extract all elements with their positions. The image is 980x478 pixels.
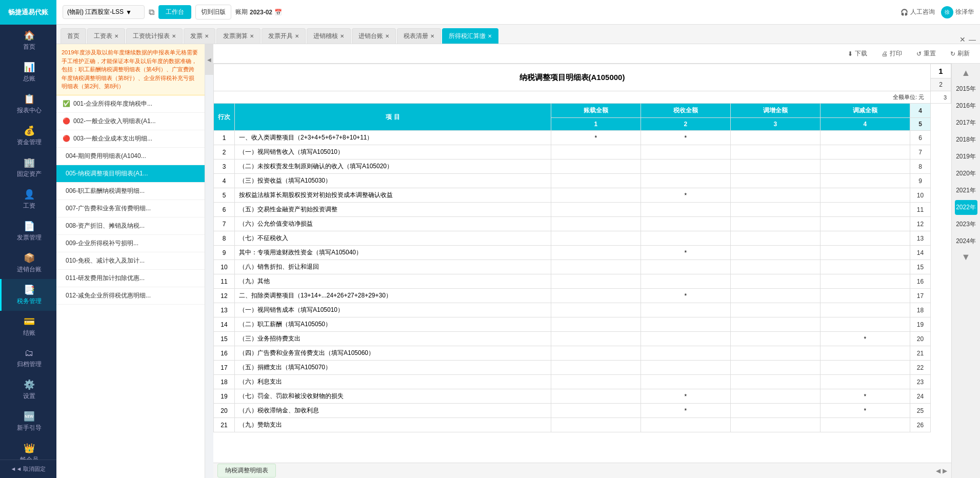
left-list-label-10: 011-研发费用加计扣除优惠... — [66, 274, 145, 283]
year-btn-2019[interactable]: 2019年 — [955, 149, 977, 164]
table-row[interactable]: 14（二）职工薪酬（填写A105050）19 — [214, 317, 951, 332]
tab-close-2[interactable]: ✕ — [172, 33, 176, 39]
sidebar-item-6[interactable]: 📄发票管理 — [0, 215, 56, 247]
table-row[interactable]: 17（五）捐赠支出（填写A105070）22 — [214, 361, 951, 375]
table-row[interactable]: 11（九）其他16 — [214, 274, 951, 289]
tab-close-8[interactable]: ✕ — [430, 33, 434, 39]
sidebar-item-7[interactable]: 📦进销台账 — [0, 247, 56, 279]
download-button[interactable]: ⬇ 下载 — [844, 47, 871, 60]
tab-close-5[interactable]: ✕ — [295, 33, 299, 39]
table-row[interactable]: 21（九）赞助支出26 — [214, 418, 951, 432]
sidebar-item-1[interactable]: 📊总账 — [0, 56, 56, 88]
table-row[interactable]: 8（七）不征税收入13 — [214, 231, 951, 246]
year-btn-2021[interactable]: 2021年 — [955, 183, 977, 198]
table-row[interactable]: 12二、扣除类调整项目（13+14+...24+26+27+28+29+30）*… — [214, 289, 951, 303]
sidebar-item-10[interactable]: 🗂归档管理 — [0, 343, 56, 374]
sidebar-icon-4: 🏢 — [24, 157, 35, 168]
tab-close-1[interactable]: ✕ — [114, 33, 118, 39]
service-button[interactable]: 🎧 人工咨询 — [901, 8, 935, 16]
left-list-item-11[interactable]: 012-减免企业所得税优惠明细... — [56, 287, 205, 305]
tab-close-7[interactable]: ✕ — [385, 33, 389, 39]
sidebar-item-5[interactable]: 👤工资 — [0, 184, 56, 215]
refresh-button[interactable]: ↻ 刷新 — [946, 47, 974, 60]
sidebar-item-9[interactable]: 💳结账 — [0, 311, 56, 343]
table-row[interactable]: 20（八）税收滞纳金、加收利息**25 — [214, 404, 951, 418]
tab-2[interactable]: 工资统计报表✕ — [126, 28, 183, 44]
calendar-icon[interactable]: 📅 — [274, 9, 282, 16]
sidebar-item-4[interactable]: 🏢固定资产 — [0, 152, 56, 184]
year-scroll-up-button[interactable]: ▲ — [959, 66, 973, 81]
year-scroll-down-button[interactable]: ▼ — [959, 250, 973, 265]
left-list-item-3[interactable]: 004-期间费用明细表(A1040... — [56, 148, 205, 165]
tab-close-3[interactable]: ✕ — [205, 33, 209, 39]
tab-1[interactable]: 工资表✕ — [87, 28, 125, 44]
table-row[interactable]: 9其中：专项用途财政性资金（填写A105040）*14 — [214, 246, 951, 260]
scroll-right-icon[interactable]: ▶ — [943, 467, 947, 474]
table-row[interactable]: 6（五）交易性金融资产初始投资调整11 — [214, 203, 951, 217]
old-version-button[interactable]: 切到旧版 — [195, 5, 231, 19]
body-area: 2019年度涉及取以前年度继续数据的申报表单元格需要手工维护正确，才能保证本年及… — [56, 44, 980, 478]
table-row[interactable]: 5按权益法核算长期股权投资对初始投资成本调整确认收益*10 — [214, 188, 951, 203]
tab-9[interactable]: 所得税汇算缴✕ — [442, 28, 498, 44]
print-button[interactable]: 🖨 打印 — [877, 47, 906, 60]
tab-0[interactable]: 首页 — [61, 28, 86, 44]
tab-close-9[interactable]: ✕ — [488, 33, 492, 39]
table-row[interactable]: 4（三）投资收益（填写A105030）9 — [214, 174, 951, 188]
year-btn-2022[interactable]: 2022年 — [955, 200, 977, 215]
table-row[interactable]: 19（七）罚金、罚款和被没收财物的损失**24 — [214, 389, 951, 404]
table-row[interactable]: 7（六）公允价值变动净损益12 — [214, 217, 951, 231]
table-row[interactable]: 3（二）未按权责发生制原则确认的收入（填写A105020）8 — [214, 160, 951, 174]
year-btn-2024[interactable]: 2024年 — [955, 234, 977, 249]
tab-8[interactable]: 税表清册✕ — [397, 28, 441, 44]
left-list-item-6[interactable]: 007-广告费和业务宣传费明细... — [56, 200, 205, 217]
bottom-tab-sheet[interactable]: 纳税调整明细表 — [217, 464, 276, 477]
collapse-button[interactable]: ◀ — [205, 44, 213, 75]
copy-icon[interactable]: ⧉ — [149, 8, 154, 17]
close-all-tabs-button[interactable]: ✕ — [959, 35, 966, 44]
sidebar-item-2[interactable]: 📋报表中心 — [0, 88, 56, 120]
tab-5[interactable]: 发票开具✕ — [262, 28, 306, 44]
tab-4[interactable]: 发票测算✕ — [216, 28, 261, 44]
year-btn-2020[interactable]: 2020年 — [955, 166, 977, 181]
minimize-button[interactable]: — — [969, 35, 976, 44]
table-row[interactable]: 10（八）销售折扣、折让和退回15 — [214, 260, 951, 274]
year-btn-2023[interactable]: 2023年 — [955, 217, 977, 232]
company-select[interactable]: (物副) 江西股室-LSS ▼ — [63, 5, 145, 19]
reset-button[interactable]: ↺ 重置 — [912, 47, 940, 60]
table-row[interactable]: 18（六）利息支出23 — [214, 375, 951, 389]
left-list-item-2[interactable]: 🔴003-一般企业成本支出明细... — [56, 130, 205, 148]
user-menu[interactable]: 徐 徐泽华 — [941, 6, 974, 18]
table-row[interactable]: 15（三）业务招待费支出*20 — [214, 332, 951, 346]
tab-close-6[interactable]: ✕ — [340, 33, 344, 39]
tab-close-4[interactable]: ✕ — [250, 33, 254, 39]
left-list-item-9[interactable]: 010-免税、减计收入及加计... — [56, 252, 205, 270]
sidebar-item-11[interactable]: ⚙️设置 — [0, 374, 56, 406]
tab-3[interactable]: 发票✕ — [184, 28, 215, 44]
scroll-left-icon[interactable]: ◀ — [936, 467, 941, 474]
sidebar-item-3[interactable]: 💰资金管理 — [0, 120, 56, 152]
sidebar-item-12[interactable]: 🆕新手引导 — [0, 406, 56, 437]
left-list-item-10[interactable]: 011-研发费用加计扣除优惠... — [56, 270, 205, 287]
tab-7[interactable]: 进销台账✕ — [352, 28, 396, 44]
left-list-item-4[interactable]: 005-纳税调整项目明细表(A1... — [56, 165, 205, 183]
sidebar-item-8[interactable]: 📑税务管理 — [0, 279, 56, 311]
left-list-item-8[interactable]: 009-企业所得税补亏损明... — [56, 235, 205, 252]
tab-6[interactable]: 进销稽核✕ — [307, 28, 351, 44]
left-list-item-0[interactable]: ✅001-企业所得税年度纳税申... — [56, 95, 205, 113]
year-btn-2016[interactable]: 2016年 — [955, 98, 977, 113]
sidebar-footer[interactable]: ◄◄ 取消固定 — [0, 460, 56, 478]
sidebar-item-13[interactable]: 👑畅会员 — [0, 437, 56, 460]
sidebar-item-0[interactable]: 🏠首页 — [0, 25, 56, 56]
left-list-item-7[interactable]: 008-资产折旧、摊销及纳税... — [56, 217, 205, 235]
left-list-item-5[interactable]: 006-职工薪酬纳税调整明细... — [56, 183, 205, 200]
table-row[interactable]: 16（四）广告费和业务宣传费支出（填写A105060）21 — [214, 346, 951, 361]
table-row[interactable]: 1一、收入类调整项目（2+3+4+5+6+7+8+10+11）**6 — [214, 131, 951, 145]
workbench-button[interactable]: 工作台 — [158, 5, 191, 19]
year-btn-2018[interactable]: 2018年 — [955, 132, 977, 147]
year-btn-2015[interactable]: 2015年 — [955, 82, 977, 96]
table-row[interactable]: 13（一）视同销售成本（填写A105010）18 — [214, 303, 951, 317]
table-container[interactable]: 纳税调整项目明细表(A105000)12全额单位: 元3行次项 目账载全额税收全… — [213, 64, 951, 463]
year-btn-2017[interactable]: 2017年 — [955, 115, 977, 130]
left-list-item-1[interactable]: 🔴002-一般企业收入明细表(A1... — [56, 113, 205, 130]
table-row[interactable]: 2（一）视同销售收入（填写A105010）7 — [214, 145, 951, 160]
